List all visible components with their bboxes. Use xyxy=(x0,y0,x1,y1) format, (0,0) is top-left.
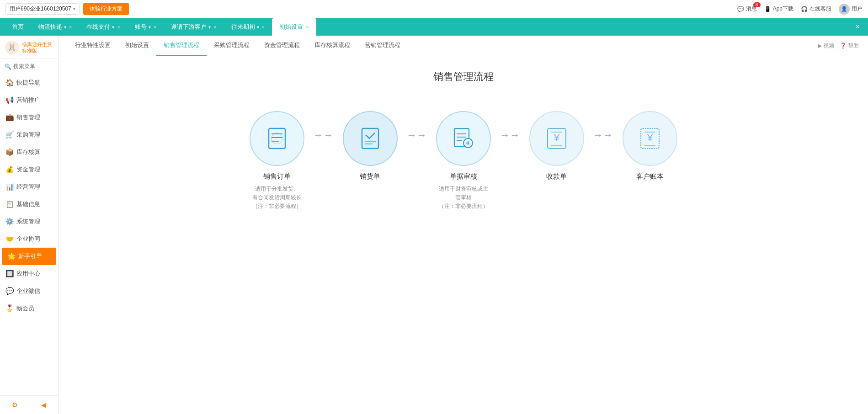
page-content: 销售管理流程 销售订单 适用于分批发货、有合同发货周期较长（ xyxy=(59,56,868,414)
close-icon[interactable]: × xyxy=(154,24,156,30)
account-circle[interactable]: ¥ xyxy=(623,111,677,166)
chevron-icon: ▾ xyxy=(208,25,211,30)
subnav-marketing-flow[interactable]: 营销管理流程 xyxy=(357,36,408,56)
subnav-sales-flow[interactable]: 销售管理流程 xyxy=(156,36,207,56)
finance-icon: 💰 xyxy=(5,165,14,174)
subnav-purchase-flow[interactable]: 采购管理流程 xyxy=(207,36,257,56)
app-center-icon: 🔲 xyxy=(5,270,14,278)
delivery-icon xyxy=(357,125,384,152)
search-icon: 🔍 xyxy=(5,64,11,70)
system-icon: ⚙️ xyxy=(5,218,14,226)
close-icon[interactable]: × xyxy=(262,24,265,30)
app-label: App下载 xyxy=(773,5,793,13)
close-icon[interactable]: × xyxy=(69,24,72,30)
wecom-icon: 💬 xyxy=(5,287,14,295)
receipt-circle[interactable]: ¥ xyxy=(529,111,584,166)
sales-icon: 💼 xyxy=(5,113,14,122)
sidebar-item-inventory[interactable]: 📦 库存核算 xyxy=(0,143,58,161)
receipt-icon: ¥ xyxy=(543,125,570,152)
flow-step-receipt: ¥ 收款单 xyxy=(516,111,598,185)
collapse-sidebar-button[interactable]: ◀ xyxy=(37,399,50,410)
svg-text:¥: ¥ xyxy=(646,132,653,143)
inventory-icon: 📦 xyxy=(5,148,14,156)
sidebar-item-quick-nav[interactable]: 🏠 快捷导航 xyxy=(0,74,58,91)
tab-period[interactable]: 往来期初 ▾ × xyxy=(224,18,272,36)
sidebar-item-purchase[interactable]: 🛒 采购管理 xyxy=(0,126,58,143)
tab-logistics[interactable]: 物流快递 ▾ × xyxy=(31,18,79,36)
settings-bottom-button[interactable]: ⚙ xyxy=(8,399,21,410)
message-badge: 6 xyxy=(753,2,761,7)
app-download-button[interactable]: 📱 App下载 xyxy=(764,5,793,13)
step3-label: 单据审核 xyxy=(450,172,477,181)
flow-step-account: ¥ 客户账本 xyxy=(609,111,691,185)
svg-text:¥: ¥ xyxy=(553,132,559,143)
sales-order-circle[interactable] xyxy=(250,111,304,166)
help-button[interactable]: ❓ 帮助 xyxy=(840,42,859,50)
svg-point-6 xyxy=(272,133,282,144)
home-icon: 🏠 xyxy=(5,79,14,87)
step3-desc: 适用于财务审核或主管审核（注：非必要流程） xyxy=(439,185,488,211)
experience-button[interactable]: 体验行业方案 xyxy=(83,3,129,15)
tab-payment[interactable]: 在线支付 ▾ × xyxy=(79,18,127,36)
account-icon: ¥ xyxy=(636,125,664,152)
sidebar-bottom: ⚙ ◀ xyxy=(0,395,58,414)
sidebar-item-enterprise[interactable]: 🤝 企业协同 xyxy=(0,230,58,248)
app-icon: 📱 xyxy=(764,6,771,12)
basic-info-icon: 📋 xyxy=(5,200,14,208)
user-name: 用户690企业1660120507 xyxy=(10,5,71,13)
play-icon: ▶ xyxy=(818,42,822,49)
purchase-icon: 🛒 xyxy=(5,131,14,139)
service-button[interactable]: 🎧 在线客服 xyxy=(801,5,831,13)
tab-home[interactable]: 首页 xyxy=(5,18,31,36)
main-layout: 🐰 畅库通好生意 标准版 🔍 搜索菜单 🏠 快捷导航 📢 营销推广 💼 销售管理… xyxy=(0,36,868,414)
svg-rect-7 xyxy=(362,128,378,149)
step2-label: 销货单 xyxy=(360,172,380,181)
sidebar-item-operation[interactable]: 📊 经营管理 xyxy=(0,178,58,196)
sidebar-item-sales[interactable]: 💼 销售管理 xyxy=(0,109,58,126)
sidebar-item-finance[interactable]: 💰 资金管理 xyxy=(0,161,58,178)
close-all-tabs-button[interactable]: × xyxy=(852,23,863,31)
step1-desc: 适用于分批发货、有合同发货周期较长（注：非必要流程） xyxy=(252,185,302,211)
nav-tabs: 首页 物流快递 ▾ × 在线支付 ▾ × 账号 ▾ × 邀请下游客户 ▾ × 往… xyxy=(0,18,868,36)
message-button[interactable]: 💬 消息 6 xyxy=(737,5,757,13)
delivery-circle[interactable] xyxy=(343,111,398,166)
subnav-initial[interactable]: 初始设置 xyxy=(118,36,156,56)
top-bar-left: 用户690企业1660120507 ▾ 体验行业方案 xyxy=(5,3,129,15)
step4-label: 收款单 xyxy=(546,172,567,181)
flow-step-audit: 单据审核 适用于财务审核或主管审核（注：非必要流程） xyxy=(422,111,505,211)
close-icon[interactable]: × xyxy=(117,24,120,30)
sidebar-item-wecom[interactable]: 💬 企业微信 xyxy=(0,282,58,300)
close-icon[interactable]: × xyxy=(306,24,309,30)
logo-text: 畅库通好生意 标准版 xyxy=(22,41,52,54)
sidebar-item-marketing[interactable]: 📢 营销推广 xyxy=(0,91,58,109)
sub-nav: 行业特性设置 初始设置 销售管理流程 采购管理流程 资金管理流程 库存核算流程 … xyxy=(59,36,868,56)
video-button[interactable]: ▶ 视频 xyxy=(818,42,834,50)
top-bar-right: 💬 消息 6 📱 App下载 🎧 在线客服 👤 用户 xyxy=(737,4,863,15)
avatar: 👤 xyxy=(839,4,850,15)
tab-invite[interactable]: 邀请下游客户 ▾ × xyxy=(164,18,224,36)
page-title: 销售管理流程 xyxy=(77,70,850,84)
search-menu-button[interactable]: 🔍 搜索菜单 xyxy=(0,59,58,74)
user-avatar-area[interactable]: 👤 用户 xyxy=(839,4,863,15)
audit-circle[interactable] xyxy=(436,111,491,166)
subnav-inventory-flow[interactable]: 库存核算流程 xyxy=(307,36,357,56)
sidebar-item-basic-info[interactable]: 📋 基础信息 xyxy=(0,196,58,213)
subnav-finance-flow[interactable]: 资金管理流程 xyxy=(257,36,307,56)
sidebar-item-vip[interactable]: 🎖️ 畅会员 xyxy=(0,300,58,317)
close-icon[interactable]: × xyxy=(213,24,216,30)
service-label: 在线客服 xyxy=(809,5,831,13)
user-label: 用户 xyxy=(852,5,863,13)
user-selector[interactable]: 用户690企业1660120507 ▾ xyxy=(5,3,80,15)
flow-step-sales-order: 销售订单 适用于分批发货、有合同发货周期较长（注：非必要流程） xyxy=(236,111,318,211)
tab-account[interactable]: 账号 ▾ × xyxy=(128,18,164,36)
vip-icon: 🎖️ xyxy=(5,304,14,313)
help-icon: ❓ xyxy=(840,42,847,49)
flow-chart: 销售订单 适用于分批发货、有合同发货周期较长（注：非必要流程） →→ xyxy=(77,111,850,211)
tab-initial-setup[interactable]: 初始设置 × xyxy=(272,18,316,36)
sidebar-logo: 🐰 畅库通好生意 标准版 xyxy=(0,36,58,59)
sidebar-item-newbie[interactable]: 🌟 新手引导 xyxy=(2,248,56,265)
subnav-industry[interactable]: 行业特性设置 xyxy=(68,36,118,56)
sidebar-item-app-center[interactable]: 🔲 应用中心 xyxy=(0,265,58,282)
chevron-icon: ▾ xyxy=(64,25,66,30)
sidebar-item-system[interactable]: ⚙️ 系统管理 xyxy=(0,213,58,230)
